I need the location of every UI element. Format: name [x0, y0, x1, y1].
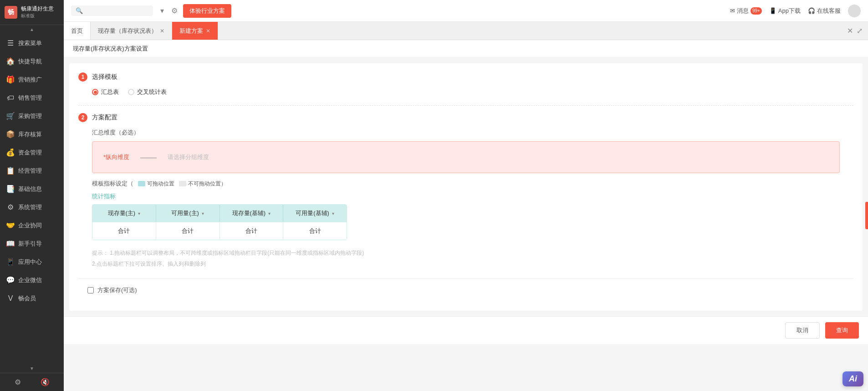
stats-col-3[interactable]: 可用量(基辅) ▾	[283, 205, 347, 222]
sidebar-item-member[interactable]: V 畅会员	[0, 289, 64, 308]
step1-header: 1 选择模板	[78, 72, 853, 82]
service-button[interactable]: 🎧 在线客服	[808, 7, 841, 15]
search-input[interactable]	[86, 8, 140, 14]
tab-expand-area: ✕ ⤢	[847, 26, 868, 35]
sidebar-item-newbie[interactable]: 📖 新手引导	[0, 235, 64, 253]
chevron-down-icon-3: ▾	[332, 211, 334, 216]
message-badge: 99+	[751, 7, 762, 15]
sidebar-item-wechat[interactable]: 💬 企业微信	[0, 271, 64, 289]
tab-new-plan[interactable]: 新建方案 ✕	[172, 22, 218, 40]
sidebar-item-inventory[interactable]: 📦 库存核算	[0, 125, 64, 144]
radio-summary[interactable]: 汇总表	[92, 88, 119, 96]
sidebar-item-system[interactable]: ⚙ 系统管理	[0, 198, 64, 216]
tip-1: 提示： 1.拖动标题栏可以调整布局，不可跨维度或指标区域拖动栏目字段(只能在同一…	[92, 247, 840, 258]
tab-inventory[interactable]: 现存量（库存状况表） ✕	[91, 22, 172, 40]
tab-inventory-close[interactable]: ✕	[160, 28, 164, 34]
sidebar-scroll-up[interactable]: ▲	[0, 25, 64, 34]
phone-icon: 📱	[769, 7, 776, 14]
sidebar-item-marketing[interactable]: 🎁 营销推广	[0, 71, 64, 89]
stats-col-1[interactable]: 可用量(主) ▾	[156, 205, 220, 222]
management-icon: 📋	[6, 167, 15, 175]
footer-buttons: 取消 查询	[64, 316, 868, 344]
stats-col-3-label: 可用量(基辅)	[296, 209, 329, 217]
stats-section: 统计指标 现存量(主) ▾ 可用量(主) ▾	[92, 192, 840, 240]
step2-block: 2 方案配置 汇总维度（必选） *纵向维度 —— 请选择分组维度 模板指标设定（…	[78, 113, 853, 269]
radio-cross[interactable]: 交叉统计表	[128, 88, 167, 96]
sidebar-item-label: 库存核算	[18, 130, 42, 139]
tip-2: 2.点击标题栏下拉可设置排序、插入列和删除列	[92, 258, 840, 269]
topbar: 🔍 ▾ ⚙ 体验行业方案 ✉ 消息 99+ 📱 App下载 🎧 在线客服	[64, 0, 868, 22]
mute-icon[interactable]: 🔇	[41, 378, 50, 386]
radio-cross-label: 交叉统计表	[137, 88, 167, 96]
search-box[interactable]: 🔍	[71, 5, 153, 16]
settings-icon[interactable]: ⚙	[15, 378, 21, 386]
stats-col-1-label: 可用量(主)	[171, 209, 199, 217]
chevron-down-icon-1: ▾	[202, 211, 204, 216]
tab-new-plan-close[interactable]: ✕	[206, 28, 210, 34]
right-scroll-handle	[865, 202, 868, 229]
app-download-button[interactable]: 📱 App下载	[769, 7, 801, 15]
sidebar-item-label: 新手引导	[18, 240, 42, 248]
dimension-label: 汇总维度（必选）	[92, 129, 853, 137]
system-icon: ⚙	[6, 203, 15, 211]
stats-header-row: 现存量(主) ▾ 可用量(主) ▾ 现存量(基辅) ▾	[92, 205, 347, 222]
tab-home[interactable]: 首页	[64, 22, 91, 40]
fixed-indicator: 不可拖动位置）	[179, 180, 226, 188]
content-area: 现存量(库存状况表)方案设置 1 选择模板 汇总表 交叉统计表	[64, 40, 868, 391]
sidebar-item-label: 系统管理	[18, 203, 42, 211]
agreement-icon: 🤝	[6, 221, 15, 230]
stats-col-2-label: 现存量(基辅)	[232, 209, 266, 217]
tab-home-label: 首页	[71, 27, 83, 35]
logo-text: 畅康通好生意 标准版	[21, 5, 54, 19]
sidebar-item-management[interactable]: 📋 经营管理	[0, 162, 64, 180]
stats-col-2[interactable]: 现存量(基辅) ▾	[220, 205, 284, 222]
sidebar-item-finance[interactable]: 💰 资金管理	[0, 144, 64, 162]
tips-section: 提示： 1.拖动标题栏可以调整布局，不可跨维度或指标区域拖动栏目字段(只能在同一…	[92, 247, 840, 269]
stats-col-0[interactable]: 现存量(主) ▾	[92, 205, 156, 222]
marketing-icon: 🎁	[6, 76, 15, 84]
purchase-icon: 🛒	[6, 112, 15, 120]
query-button[interactable]: 查询	[825, 322, 859, 339]
stats-data-row: 合计 合计 合计 合计	[92, 222, 347, 240]
dimension-box[interactable]: *纵向维度 —— 请选择分组维度	[92, 141, 840, 173]
radio-cross-circle	[128, 89, 134, 95]
sidebar-item-apps[interactable]: 📱 应用中心	[0, 253, 64, 271]
close-panel-button[interactable]: ✕	[847, 26, 853, 35]
settings-gear-icon[interactable]: ⚙	[171, 6, 178, 15]
sidebar-item-purchase[interactable]: 🛒 采购管理	[0, 107, 64, 125]
sidebar-item-basic[interactable]: 📑 基础信息	[0, 180, 64, 198]
indicators-label-text: 模板指标设定（	[92, 180, 133, 188]
user-avatar[interactable]	[848, 5, 861, 17]
sidebar-item-label: 基础信息	[18, 185, 42, 193]
step2-number: 2	[78, 113, 87, 122]
gear-icon[interactable]: ▾	[160, 6, 164, 15]
step1-title: 选择模板	[92, 73, 117, 81]
headset-icon: 🎧	[808, 7, 815, 14]
save-checkbox[interactable]	[87, 287, 94, 293]
topbar-right: ✉ 消息 99+ 📱 App下载 🎧 在线客服	[730, 5, 861, 17]
sidebar-item-agreement[interactable]: 🤝 企业协同	[0, 216, 64, 235]
sidebar-item-label: 搜索菜单	[18, 39, 42, 47]
radio-summary-circle	[92, 89, 98, 95]
chevron-down-icon-0: ▾	[138, 211, 140, 216]
trial-button[interactable]: 体验行业方案	[183, 4, 231, 18]
sidebar-scroll-down[interactable]: ▼	[0, 364, 64, 373]
sidebar-item-search[interactable]: ☰ 搜索菜单	[0, 34, 64, 52]
sidebar-item-shortcut[interactable]: 🏠 快捷导航	[0, 52, 64, 71]
ai-button[interactable]: Ai	[842, 371, 863, 386]
sidebar-bottom: ⚙ 🔇	[0, 373, 64, 391]
sidebar-item-label: 销售管理	[18, 94, 42, 102]
sidebar-item-sales[interactable]: 🏷 销售管理	[0, 89, 64, 107]
cancel-button[interactable]: 取消	[785, 322, 820, 339]
page-title: 现存量(库存状况表)方案设置	[73, 45, 148, 52]
fixed-label: 不可拖动位置）	[188, 180, 226, 188]
sidebar-item-label: 采购管理	[18, 112, 42, 120]
sidebar-item-label: 企业微信	[18, 276, 42, 284]
expand-panel-button[interactable]: ⤢	[857, 26, 863, 35]
step1-number: 1	[78, 72, 87, 82]
message-button[interactable]: ✉ 消息 99+	[730, 7, 762, 15]
indicators-label: 模板指标设定（ 可拖动位置 不可拖动位置）	[92, 180, 840, 188]
form-container: 1 选择模板 汇总表 交叉统计表 2	[69, 63, 863, 311]
apps-icon: 📱	[6, 258, 15, 266]
dimension-required: *纵向维度	[103, 153, 129, 161]
